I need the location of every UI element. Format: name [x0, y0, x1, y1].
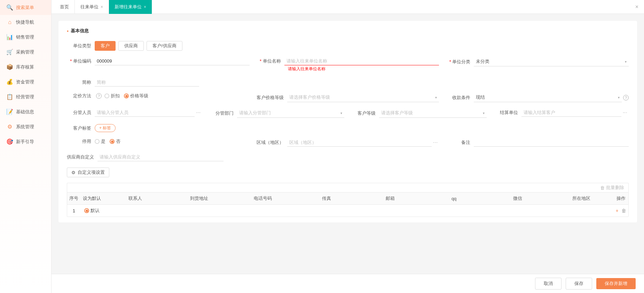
unit-type-label: 单位类型	[67, 43, 95, 49]
tabbar: 首页 往来单位 × 新增往来单位 × ×	[52, 0, 644, 14]
cell-action: + 🗑	[613, 205, 628, 217]
supplier-custom-input[interactable]	[97, 153, 223, 161]
customer-level-item: 客户等级 请选择客户等级 ▾	[351, 108, 487, 118]
col-region: 所在地区	[550, 193, 613, 205]
phone-input[interactable]	[233, 208, 292, 213]
no-radio-circle	[110, 139, 115, 144]
contact-input[interactable]	[105, 208, 165, 213]
pricing-row: 定价方法 ? 折扣 价格等级 客户价格等级	[67, 93, 629, 102]
payment-arrow: ▾	[618, 96, 620, 99]
sidebar-item-system[interactable]: ⚙ 系统管理	[0, 119, 51, 134]
dept-placeholder: 请输入分管部门	[239, 110, 341, 116]
card-title: ▪ 基本信息	[67, 28, 629, 34]
disable-radio-no[interactable]: 否	[110, 138, 120, 145]
email-input[interactable]	[360, 208, 420, 213]
tab-new-partner-close[interactable]: ×	[144, 5, 146, 9]
tab-partners[interactable]: 往来单位 ×	[75, 0, 109, 14]
cell-fax	[294, 205, 358, 217]
payment-help-icon[interactable]: ?	[623, 95, 629, 100]
fax-input[interactable]	[297, 208, 356, 213]
tabbar-close-all[interactable]: ×	[633, 4, 641, 10]
sidebar-item-inventory[interactable]: 📦 库存核算	[0, 59, 51, 74]
cancel-button[interactable]: 取消	[535, 278, 561, 290]
dept-label: 分管部门	[209, 110, 237, 116]
unit-category-item: 单位分类 未分类 ▾	[446, 57, 629, 66]
pricing-radio-discount[interactable]: 折扣	[104, 93, 120, 99]
supplier-custom-item: 供应商自定义	[67, 153, 223, 161]
tab-new-partner-label: 新增往来单位	[115, 4, 142, 10]
supervisor-label: 分管人员	[67, 109, 95, 116]
remark-input[interactable]	[474, 138, 629, 147]
supervisor-input[interactable]	[95, 108, 195, 117]
payment-select[interactable]: 现结 ▾	[474, 93, 622, 102]
sidebar-item-guide[interactable]: 🎯 新手引导	[0, 134, 51, 149]
price-level-radio-circle	[124, 93, 129, 98]
settlement-more-btn[interactable]: ···	[621, 109, 629, 116]
unit-category-select[interactable]: 未分类 ▾	[474, 57, 629, 66]
supplier-custom-label: 供应商自定义	[67, 154, 97, 160]
cell-default: 默认	[81, 205, 103, 217]
sidebar: 🔍 搜索菜单 ⌂ 快捷导航 📊 销售管理 🛒 采购管理 📦 库存核算 💰 资金管…	[0, 0, 52, 293]
pricing-radio-price-level[interactable]: 价格等级	[124, 93, 148, 99]
wechat-input[interactable]	[488, 208, 548, 213]
unit-code-input[interactable]	[95, 57, 250, 65]
pricing-help-icon[interactable]: ?	[96, 93, 102, 99]
unit-btn-customer[interactable]: 客户	[95, 41, 116, 51]
batch-delete-icon: 🗑	[600, 185, 605, 190]
region-input[interactable]	[287, 138, 432, 147]
sidebar-item-label: 库存核算	[16, 64, 34, 70]
sidebar-item-search[interactable]: 🔍 搜索菜单	[0, 0, 51, 15]
search-icon: 🔍	[6, 4, 13, 11]
row-add-button[interactable]: +	[615, 208, 618, 213]
sidebar-item-finance[interactable]: 💰 资金管理	[0, 74, 51, 89]
disable-region-remark-row: 停用 是 否 区域（地区） ···	[67, 138, 629, 147]
guide-icon: 🎯	[6, 138, 13, 145]
unit-name-item: 单位名称 请输入往来单位名称	[257, 57, 439, 72]
custom-settings-button[interactable]: ⚙ 自定义项设置	[67, 168, 109, 177]
save-add-button[interactable]: 保存并新增	[596, 278, 636, 289]
tab-home[interactable]: 首页	[54, 0, 75, 14]
supervisor-more-btn[interactable]: ···	[195, 109, 202, 116]
gear-icon: ⚙	[71, 170, 76, 175]
sidebar-item-basic-info[interactable]: 📝 基础信息	[0, 104, 51, 119]
sidebar-item-quick-nav[interactable]: ⌂ 快捷导航	[0, 15, 51, 30]
custom-settings-label: 自定义项设置	[78, 169, 105, 176]
payment-item: 收款条件 现结 ▾ ?	[446, 93, 629, 102]
customer-level-select[interactable]: 请选择客户等级 ▾	[379, 108, 487, 118]
settlement-input[interactable]	[521, 108, 621, 117]
tab-new-partner[interactable]: 新增往来单位 ×	[109, 0, 152, 14]
customer-level-label: 客户等级	[351, 110, 379, 116]
batch-delete-btn[interactable]: 🗑 批量删除	[600, 185, 624, 191]
sidebar-item-operation[interactable]: 📋 经营管理	[0, 89, 51, 104]
tab-partners-close[interactable]: ×	[101, 5, 103, 9]
abbr-row: 简称	[67, 78, 629, 87]
action-buttons: + 🗑	[615, 208, 626, 213]
batch-delete-label: 批量删除	[606, 185, 624, 191]
abbr-input[interactable]	[95, 78, 199, 87]
region-more-btn[interactable]: ···	[432, 139, 439, 146]
region-item: 区域（地区） ···	[257, 138, 439, 147]
save-button[interactable]: 保存	[566, 278, 592, 290]
disable-radio-yes[interactable]: 是	[95, 138, 105, 145]
address-input[interactable]	[169, 208, 229, 213]
unit-type-group: 客户 供应商 客户/供应商	[95, 41, 182, 51]
sidebar-item-purchase[interactable]: 🛒 采购管理	[0, 44, 51, 59]
qq-input[interactable]	[424, 208, 484, 213]
unit-name-input[interactable]	[284, 57, 439, 65]
table-region-input[interactable]	[552, 208, 611, 213]
supervisor-item: 分管人员 ···	[67, 108, 202, 117]
customer-price-select[interactable]: 请选择客户价格等级 ▾	[287, 93, 439, 102]
unit-btn-supplier[interactable]: 供应商	[118, 41, 144, 51]
cell-contact	[103, 205, 167, 217]
customer-level-arrow: ▾	[483, 111, 485, 115]
unit-btn-both[interactable]: 客户/供应商	[147, 41, 182, 51]
default-radio[interactable]: 默认	[84, 207, 100, 214]
sidebar-item-sales[interactable]: 📊 销售管理	[0, 30, 51, 44]
yes-radio-circle	[95, 139, 100, 144]
sidebar-item-label: 基础信息	[16, 109, 34, 115]
tag-add-button[interactable]: + 标签	[95, 124, 116, 132]
yes-radio-label: 是	[101, 138, 105, 145]
remark-label: 备注	[446, 139, 474, 146]
dept-select[interactable]: 请输入分管部门 ▾	[237, 108, 345, 118]
row-delete-button[interactable]: 🗑	[621, 208, 626, 213]
